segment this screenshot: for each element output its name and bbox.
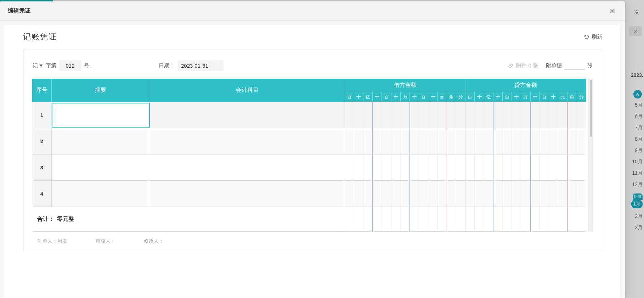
debit-digit-header: 千 xyxy=(410,92,419,102)
debit-digit-header: 十 xyxy=(354,92,363,102)
voucher-box: 记 字第 号 日期： 附件 0 张 xyxy=(23,50,602,251)
debit-digit-header: 千 xyxy=(373,92,382,102)
credit-digit-header: 分 xyxy=(577,92,586,102)
chevron-down-icon xyxy=(39,64,43,67)
ledger-tbody: 1234 xyxy=(32,102,586,207)
ledger-table: 序号 摘要 会计科目 借方金额 贷方金额 百十亿千百十万千百十元角分百十亿千百十… xyxy=(32,79,586,232)
paperclip-icon xyxy=(508,63,514,68)
signers-row: 制单人：用友 审核人： 修改人： xyxy=(23,232,602,251)
edit-voucher-modal: 编辑凭证 记账凭证 刷新 记 字第 xyxy=(0,1,625,298)
zidi-prefix: 字第 xyxy=(46,62,56,69)
voucher-meta-row: 记 字第 号 日期： 附件 0 张 xyxy=(23,50,602,79)
total-debit-amount xyxy=(345,207,465,232)
attached-docs-label: 附单据 xyxy=(546,62,562,69)
credit-digit-header: 百 xyxy=(540,92,549,102)
card-top-row: 记账凭证 刷新 xyxy=(23,32,602,42)
credit-digit-header: 百 xyxy=(503,92,512,102)
debit-digit-header: 角 xyxy=(447,92,456,102)
credit-digit-header: 元 xyxy=(558,92,567,102)
voucher-number-input[interactable] xyxy=(59,60,81,71)
credit-digit-header: 角 xyxy=(567,92,577,102)
total-credit-amount xyxy=(465,207,586,232)
row-summary-cell[interactable] xyxy=(52,102,150,128)
debit-digit-header: 分 xyxy=(456,92,465,102)
voucher-date-input[interactable] xyxy=(177,60,224,71)
row-credit-amount[interactable] xyxy=(465,102,586,128)
maker-field: 制单人：用友 xyxy=(38,238,67,244)
credit-digit-header: 十 xyxy=(549,92,558,102)
ledger-scrollbar[interactable] xyxy=(588,79,593,232)
modifier-label: 修改人： xyxy=(144,238,164,244)
voucher-type-label: 记 xyxy=(33,62,38,69)
row-summary-cell[interactable] xyxy=(52,154,150,181)
scrollbar-thumb[interactable] xyxy=(590,80,592,137)
total-cell: 合计： 零元整 xyxy=(32,207,345,232)
maker-value: 用友 xyxy=(57,238,67,244)
refresh-icon xyxy=(584,34,589,40)
debit-digit-header: 万 xyxy=(400,92,409,102)
row-debit-amount[interactable] xyxy=(345,181,465,207)
row-account-cell[interactable] xyxy=(150,102,345,128)
attached-docs-input[interactable] xyxy=(564,61,585,70)
date-label: 日期： xyxy=(159,62,175,69)
refresh-button[interactable]: 刷新 xyxy=(584,34,602,40)
ledger-row: 2 xyxy=(32,128,586,154)
row-credit-amount[interactable] xyxy=(465,154,586,181)
ledger-total-row: 合计： 零元整 xyxy=(32,207,586,232)
close-icon xyxy=(609,8,616,14)
row-account-cell[interactable] xyxy=(150,128,345,154)
row-summary-cell[interactable] xyxy=(52,128,150,154)
col-account: 会计科目 xyxy=(150,79,345,102)
row-credit-amount[interactable] xyxy=(465,181,586,207)
refresh-label: 刷新 xyxy=(592,34,602,40)
debit-digit-header: 元 xyxy=(437,92,447,102)
row-seq: 2 xyxy=(32,128,52,154)
row-seq: 4 xyxy=(32,181,52,207)
col-credit: 贷方金额 xyxy=(465,79,586,92)
modal-title: 编辑凭证 xyxy=(8,7,30,15)
row-debit-amount[interactable] xyxy=(345,154,465,181)
credit-digit-header: 百 xyxy=(465,92,475,102)
col-summary: 摘要 xyxy=(52,79,150,102)
maker-label: 制单人： xyxy=(38,238,57,244)
auditor-label: 审核人： xyxy=(96,238,115,244)
credit-digit-header: 亿 xyxy=(484,92,493,102)
ledger-row: 3 xyxy=(32,154,586,181)
card-title: 记账凭证 xyxy=(23,32,57,42)
ledger-thead: 序号 摘要 会计科目 借方金额 贷方金额 百十亿千百十万千百十元角分百十亿千百十… xyxy=(32,79,586,102)
row-credit-amount[interactable] xyxy=(465,128,586,154)
row-debit-amount[interactable] xyxy=(345,128,465,154)
ledger-row: 1 xyxy=(32,102,586,128)
total-value: 零元整 xyxy=(57,215,74,223)
row-seq: 3 xyxy=(32,154,52,181)
col-debit: 借方金额 xyxy=(345,79,465,92)
meta-right-group: 附件 0 张 附单据 张 xyxy=(508,61,593,70)
row-account-cell[interactable] xyxy=(150,154,345,181)
ledger-outer: 序号 摘要 会计科目 借方金额 贷方金额 百十亿千百十万千百十元角分百十亿千百十… xyxy=(23,79,602,232)
summary-input[interactable] xyxy=(52,103,150,128)
modal-close-button[interactable] xyxy=(608,6,617,16)
voucher-card: 记账凭证 刷新 记 字第 号 日期： xyxy=(5,25,620,298)
row-account-cell[interactable] xyxy=(150,181,345,207)
credit-digit-header: 千 xyxy=(493,92,502,102)
row-debit-amount[interactable] xyxy=(345,102,465,128)
debit-digit-header: 亿 xyxy=(363,92,373,102)
credit-digit-header: 十 xyxy=(475,92,484,102)
zhang-suffix: 张 xyxy=(587,62,593,69)
debit-digit-header: 百 xyxy=(419,92,428,102)
attachment-label: 附件 0 张 xyxy=(516,62,538,69)
debit-digit-header: 百 xyxy=(345,92,354,102)
voucher-type-dropdown[interactable]: 记 xyxy=(33,62,43,69)
debit-digit-header: 百 xyxy=(382,92,391,102)
row-seq: 1 xyxy=(32,102,52,128)
attached-docs-group: 附单据 张 xyxy=(546,61,593,70)
attachment-link[interactable]: 附件 0 张 xyxy=(508,62,538,69)
total-label: 合计： xyxy=(37,215,54,223)
credit-digit-header: 十 xyxy=(512,92,521,102)
col-seq: 序号 xyxy=(32,79,52,102)
modal-body: 记账凭证 刷新 记 字第 号 日期： xyxy=(0,21,625,298)
hao-suffix: 号 xyxy=(84,62,89,69)
credit-digit-header: 万 xyxy=(521,92,530,102)
ledger-row: 4 xyxy=(32,181,586,207)
row-summary-cell[interactable] xyxy=(52,181,150,207)
